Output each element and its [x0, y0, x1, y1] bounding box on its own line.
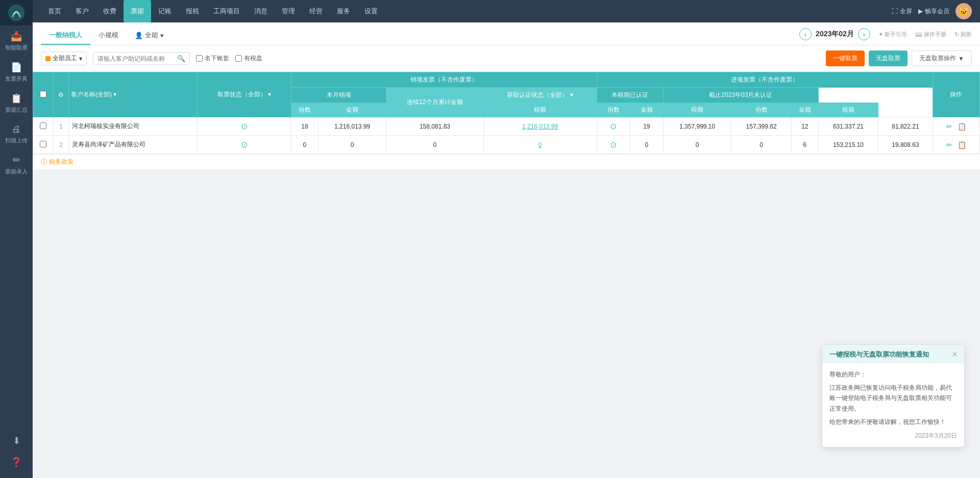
settings-icon[interactable]: ⚙ — [58, 91, 64, 98]
row-checkbox-0[interactable] — [40, 122, 46, 129]
employee-indicator — [45, 56, 51, 61]
nav-invoice[interactable]: 票据 — [124, 0, 151, 22]
table-row: 1 河北柯瑞核实业有限公司 ⊙ 18 1,216,013.99 158,081.… — [33, 117, 980, 136]
customer-name-header[interactable]: 客户名称(全部) ▾ — [69, 72, 198, 117]
sales-count-header: 份数 — [291, 103, 318, 117]
next-month-btn[interactable]: › — [858, 28, 870, 40]
sidebar-item-invoice-open[interactable]: 📄 发票开具 — [0, 57, 33, 88]
new-guide-link[interactable]: ✦ 新手引导 — [878, 31, 907, 38]
row-recognize-status-0: ⊙ — [597, 117, 630, 136]
nav-industrial[interactable]: 工商项目 — [206, 0, 247, 22]
search-input[interactable] — [97, 55, 174, 62]
row-action-0: ✏ 📋 — [933, 117, 979, 136]
unrecognized-header: 截止2023年03月未认证 — [663, 88, 818, 103]
tax-disk-checkbox[interactable] — [235, 55, 242, 62]
no-disk-fetch-btn[interactable]: 无盘取票 — [869, 51, 908, 66]
sidebar-item-help[interactable]: ❓ — [0, 451, 33, 473]
nav-operation[interactable]: 经营 — [302, 0, 330, 22]
notification-popup: 一键报税与无盘取票功能恢复通知 × 尊敬的用户： 江苏政务网已恢复访问电子税务局… — [822, 344, 965, 447]
refresh-link[interactable]: ↻ 刷新 — [954, 31, 972, 38]
sidebar-item-invoice-summary[interactable]: 📋 票据汇总 — [0, 88, 33, 119]
refresh-icon: ↻ — [954, 31, 959, 37]
data-table: ⚙ 客户名称(全部) ▾ 取票状态（全部） ▾ 销项发票 — [33, 72, 980, 154]
select-all-checkbox[interactable] — [40, 91, 46, 97]
edit-icon-0[interactable]: ✏ — [946, 122, 952, 131]
tax-disk-checkbox-label[interactable]: 有税盘 — [235, 54, 262, 63]
employee-label: 全部员工 — [53, 54, 77, 63]
member-icon: ▶ — [918, 8, 923, 15]
sidebar-item-download[interactable]: ⬇ — [0, 430, 33, 451]
avatar[interactable]: 🐱 — [955, 3, 972, 19]
help-icon: ❓ — [11, 457, 22, 468]
nav-service[interactable]: 服务 — [330, 0, 357, 22]
row-unrecog-count-1: 6 — [791, 136, 818, 154]
invoice-open-icon: 📄 — [11, 62, 22, 73]
recognize-status-header[interactable]: 获取认证状态（全部） ▾ — [483, 88, 597, 103]
app-logo[interactable] — [0, 0, 33, 26]
purchase-invoice-header: 进项发票（不含作废票） — [597, 72, 933, 88]
employee-select[interactable]: 全部员工 ▾ — [41, 52, 87, 65]
data-entry-icon: ✏ — [13, 155, 20, 166]
member-btn[interactable]: ▶ 畅享会员 — [918, 7, 949, 16]
sidebar-item-scan-upload[interactable]: 🖨 扫描上传 — [0, 119, 33, 149]
nav-fee[interactable]: 收费 — [96, 0, 124, 22]
row-period-amount-1: 0 — [663, 136, 731, 154]
search-icon[interactable]: 🔍 — [177, 55, 185, 62]
ops-dropdown-icon: ▼ — [958, 55, 964, 62]
manual-icon: 📖 — [915, 31, 922, 37]
prev-month-btn[interactable]: ‹ — [799, 28, 812, 40]
nav-settings[interactable]: 设置 — [357, 0, 385, 22]
topnav-right: ⛶ 全屏 ▶ 畅享会员 🐱 — [892, 3, 972, 19]
sidebar-item-data-entry[interactable]: ✏ 票据录入 — [0, 149, 33, 181]
account-checkbox-label[interactable]: 名下账套 — [196, 54, 229, 63]
sidebar-item-smart-fetch[interactable]: 📥 智能取票 — [0, 26, 33, 57]
period-amount-header: 金额 — [630, 103, 663, 117]
row-num-1: 2 — [54, 136, 69, 154]
nav-tax[interactable]: 报税 — [179, 0, 206, 22]
row-unrecog-tax-0: 81,822.21 — [878, 117, 933, 136]
row-month-amount-0: 1,216,013.99 — [318, 117, 386, 136]
row-unrecog-amount-0: 631,337.21 — [818, 117, 878, 136]
tax-policy-link[interactable]: ⓘ 税务政策 — [41, 158, 74, 166]
row-customer-0: 河北柯瑞核实业有限公司 — [69, 117, 198, 136]
row-unrecog-amount-1: 153,215.10 — [818, 136, 878, 154]
no-disk-ops-btn[interactable]: 无盘取票操作 ▼ — [912, 51, 972, 66]
manual-link[interactable]: 📖 操作手册 — [915, 31, 946, 38]
unrecog-amount-header: 金额 — [791, 103, 818, 117]
tab-all[interactable]: 👤 全能 ▾ — [127, 27, 172, 45]
notification-close-btn[interactable]: × — [952, 350, 957, 359]
filter-icon: ▾ — [113, 91, 116, 98]
view-icon-1[interactable]: 📋 — [958, 141, 966, 149]
fullscreen-icon: ⛶ — [892, 8, 898, 15]
nav-manage[interactable]: 管理 — [275, 0, 302, 22]
row-cumulative-1: 0 — [483, 136, 597, 154]
fetch-status-header[interactable]: 取票状态（全部） ▾ — [198, 72, 291, 117]
nav-accounting[interactable]: 记账 — [151, 0, 179, 22]
info-icon: ⓘ — [41, 158, 47, 166]
view-icon-0[interactable]: 📋 — [958, 122, 966, 131]
operation-header: 操作 — [933, 72, 979, 117]
select-all-header — [33, 72, 54, 117]
employee-dropdown-icon: ▾ — [79, 55, 82, 62]
row-fetch-status-0: ⊙ — [198, 117, 291, 136]
notification-body: 尊敬的用户： 江苏政务网已恢复访问电子税务局功能，易代账一键登陆电子税务局与无盘… — [822, 363, 964, 447]
nav-home[interactable]: 首页 — [41, 0, 68, 22]
tab-small[interactable]: 小规模 — [90, 27, 127, 45]
tab-general[interactable]: 一般纳税人 — [41, 27, 90, 45]
notification-date: 2023年3月20日 — [829, 431, 957, 441]
account-checkbox[interactable] — [196, 55, 203, 62]
sales-amount-header: 金额 — [318, 103, 386, 117]
nav-client[interactable]: 客户 — [68, 0, 96, 22]
one-click-fetch-btn[interactable]: 一键取票 — [826, 51, 865, 66]
fullscreen-btn[interactable]: ⛶ 全屏 — [892, 7, 912, 16]
unrecog-tax-header: 税额 — [818, 103, 878, 117]
current-date: 2023年02月 — [816, 30, 854, 39]
nav-message[interactable]: 消息 — [247, 0, 275, 22]
period-tax-header: 税额 — [663, 103, 731, 117]
toolbar: 全部员工 ▾ 🔍 名下账套 有税盘 一键取票 无盘取票 — [33, 45, 980, 72]
row-period-tax-0: 157,399.62 — [731, 117, 791, 136]
edit-icon-1[interactable]: ✏ — [946, 141, 952, 149]
row-checkbox-1[interactable] — [40, 141, 46, 147]
person-icon: 👤 — [135, 32, 143, 39]
sidebar-bottom: ⬇ ❓ — [0, 430, 33, 478]
